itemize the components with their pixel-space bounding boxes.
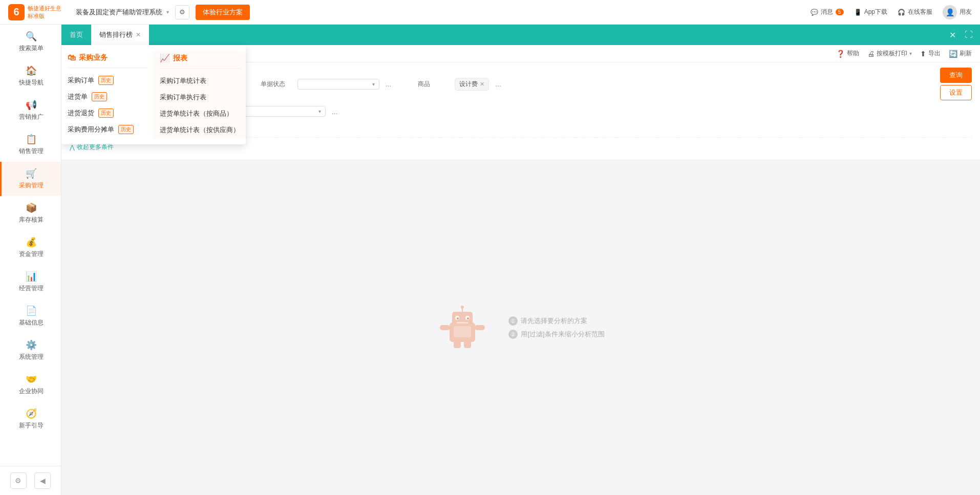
logo-area: 6 畅捷通好生意 标准版 — [8, 4, 70, 20]
headset-icon: 🎧 — [898, 9, 905, 16]
gear-icon: ⚙️ — [26, 339, 37, 351]
sidebar-item-search[interactable]: 🔍 搜索菜单 — [0, 25, 61, 59]
empty-hint-1: ① 请先选择要分析的方案 — [508, 316, 604, 326]
dropdown-menu: 🛍 采购业务 采购订单 历史 进货单 历史 进货退货 历史 采购费用分摊单 — [61, 45, 246, 144]
sidebar-item-operations[interactable]: 📊 经营管理 — [0, 265, 61, 299]
user-avatar: 👤 — [943, 5, 957, 19]
export-icon: ⬆ — [920, 50, 926, 58]
sidebar-item-capital[interactable]: 💰 资金管理 — [0, 230, 61, 265]
cart-icon: 🛒 — [26, 168, 37, 179]
search-icon: 🔍 — [26, 31, 37, 42]
dropdown-report-col: 📈 报表 采购订单统计表 采购订单执行表 进货单统计表（按商品） 进货单统计表（… — [154, 51, 246, 138]
voucher-status-select[interactable]: ▾ — [297, 79, 379, 90]
salesman-select[interactable]: ▾ — [244, 106, 326, 117]
dropdown-purchase-col: 🛍 采购业务 采购订单 历史 进货单 历史 进货退货 历史 采购费用分摊单 — [61, 51, 154, 138]
svg-rect-8 — [475, 325, 485, 330]
voucher-status-label: 单据状态 — [261, 80, 291, 89]
dropdown-item-purchase-order[interactable]: 采购订单 历史 — [68, 72, 147, 89]
clipboard-icon: 📋 — [26, 134, 37, 145]
svg-point-4 — [457, 317, 459, 319]
money-icon: 💰 — [26, 236, 37, 248]
tab-close-all-button[interactable]: ✕ — [945, 28, 960, 42]
app-download-button[interactable]: 📱 App下载 — [854, 8, 887, 16]
help-icon: ❓ — [836, 50, 845, 58]
sidebar-item-cooperation[interactable]: 🤝 企业协同 — [0, 368, 61, 402]
svg-point-12 — [461, 306, 464, 309]
handshake-icon: 🤝 — [26, 374, 37, 385]
sidebar-item-basic-info[interactable]: 📄 基础信息 — [0, 299, 61, 333]
dropdown-item-expense[interactable]: 采购费用分摊单 历史 — [68, 121, 147, 138]
sidebar-item-purchase[interactable]: 🛒 采购管理 — [0, 162, 61, 196]
home-icon: 🏠 — [26, 65, 37, 76]
top-header: 6 畅捷通好生意 标准版 装备及固定资产辅助管理系统 ▾ ⚙ 体验行业方案 💬 … — [0, 0, 980, 25]
refresh-button[interactable]: 🔄 刷新 — [949, 49, 972, 58]
salesman-arrow: ▾ — [318, 109, 321, 114]
compass-icon: 🧭 — [26, 408, 37, 419]
salesman-more[interactable]: ... — [332, 107, 338, 116]
goods-more[interactable]: ... — [495, 80, 501, 88]
main-layout: 🔍 搜索菜单 🏠 快捷导航 📢 营销推广 📋 销售管理 🛒 采购管理 📦 库存核… — [0, 25, 980, 495]
hist-badge-1: 历史 — [92, 92, 107, 101]
sidebar-item-marketing[interactable]: 📢 营销推广 — [0, 93, 61, 127]
header-right: 💬 消息 5 📱 App下载 🎧 在线客服 👤 用友 — [811, 5, 972, 19]
sidebar-item-quick-nav[interactable]: 🏠 快捷导航 — [0, 59, 61, 93]
dropdown-item-return[interactable]: 进货退货 历史 — [68, 105, 147, 121]
tab-expand-button[interactable]: ⛶ — [962, 28, 976, 42]
export-button[interactable]: ⬆ 导出 — [920, 49, 941, 58]
dropdown-item-instock[interactable]: 进货单 历史 — [68, 89, 147, 105]
dropdown-item-purchase-order-exec[interactable]: 采购订单执行表 — [160, 89, 240, 105]
dropdown-purchase-title: 🛍 采购业务 — [68, 51, 147, 68]
filter-settings-button[interactable]: 设置 — [940, 85, 972, 100]
tab-home[interactable]: 首页 — [61, 25, 91, 45]
user-menu-button[interactable]: 👤 用友 — [943, 5, 972, 19]
print-dropdown-icon[interactable]: ▾ — [909, 51, 912, 56]
report-col-icon: 📈 — [160, 53, 170, 63]
tab-sales-rank[interactable]: 销售排行榜 ✕ — [91, 25, 149, 45]
settings-gear-button[interactable]: ⚙ — [175, 5, 189, 19]
template-print-button[interactable]: 🖨 按模板打印 ▾ — [867, 49, 912, 58]
dropdown-report-title: 📈 报表 — [160, 51, 240, 69]
phone-icon: 📱 — [854, 9, 862, 16]
box-icon: 📦 — [26, 202, 37, 213]
online-service-button[interactable]: 🎧 在线客服 — [898, 8, 932, 16]
sidebar-settings-btn[interactable]: ⚙ — [10, 472, 27, 489]
message-button[interactable]: 💬 消息 5 — [811, 8, 844, 16]
hist-badge-0: 历史 — [98, 76, 114, 85]
svg-point-5 — [467, 317, 469, 319]
empty-hints: ① 请先选择要分析的方案 ② 用[过滤]条件来缩小分析范围 — [508, 316, 604, 339]
sidebar-item-system[interactable]: ⚙️ 系统管理 — [0, 333, 61, 368]
sidebar: 🔍 搜索菜单 🏠 快捷导航 📢 营销推广 📋 销售管理 🛒 采购管理 📦 库存核… — [0, 25, 61, 495]
sidebar-item-inventory[interactable]: 📦 库存核算 — [0, 196, 61, 230]
sidebar-collapse-btn[interactable]: ◀ — [34, 472, 51, 489]
tab-close-icon[interactable]: ✕ — [136, 31, 141, 38]
tab-bar: 首页 销售排行榜 ✕ ✕ ⛶ — [61, 25, 980, 45]
collapse-up-icon: ⋀ — [70, 144, 75, 151]
goods-tag-close[interactable]: ✕ — [480, 81, 484, 88]
tab-bar-right: ✕ ⛶ — [945, 28, 980, 42]
svg-rect-7 — [440, 325, 450, 330]
help-button[interactable]: ❓ 帮助 — [836, 49, 859, 58]
dropdown-item-instock-stat-supplier[interactable]: 进货单统计表（按供应商） — [160, 122, 240, 138]
industry-btn[interactable]: 体验行业方案 — [196, 5, 250, 20]
voucher-status-arrow: ▾ — [372, 81, 375, 87]
chart-icon: 📊 — [26, 271, 37, 282]
system-title: 装备及固定资产辅助管理系统 ▾ — [76, 8, 169, 17]
svg-rect-6 — [456, 322, 468, 324]
svg-rect-13 — [454, 326, 471, 337]
message-badge: 5 — [836, 9, 844, 15]
sidebar-item-sales[interactable]: 📋 销售管理 — [0, 127, 61, 162]
dropdown-item-instock-stat-goods[interactable]: 进货单统计表（按商品） — [160, 105, 240, 122]
megaphone-icon: 📢 — [26, 99, 37, 111]
goods-tag: 设计费 ✕ — [455, 78, 489, 91]
goods-label: 商品 — [418, 80, 449, 89]
print-icon: 🖨 — [867, 50, 875, 58]
empty-hint-2: ② 用[过滤]条件来缩小分析范围 — [508, 330, 604, 339]
voucher-status-more[interactable]: ... — [386, 80, 392, 88]
document-icon: 📄 — [26, 305, 37, 316]
system-title-dropdown-arrow[interactable]: ▾ — [166, 9, 169, 15]
empty-state: ① 请先选择要分析的方案 ② 用[过滤]条件来缩小分析范围 — [61, 160, 980, 495]
query-button[interactable]: 查询 — [940, 68, 972, 83]
sidebar-item-guide[interactable]: 🧭 新手引导 — [0, 402, 61, 436]
dropdown-item-purchase-order-stat[interactable]: 采购订单统计表 — [160, 73, 240, 89]
sidebar-bottom: ⚙ ◀ — [0, 466, 61, 495]
